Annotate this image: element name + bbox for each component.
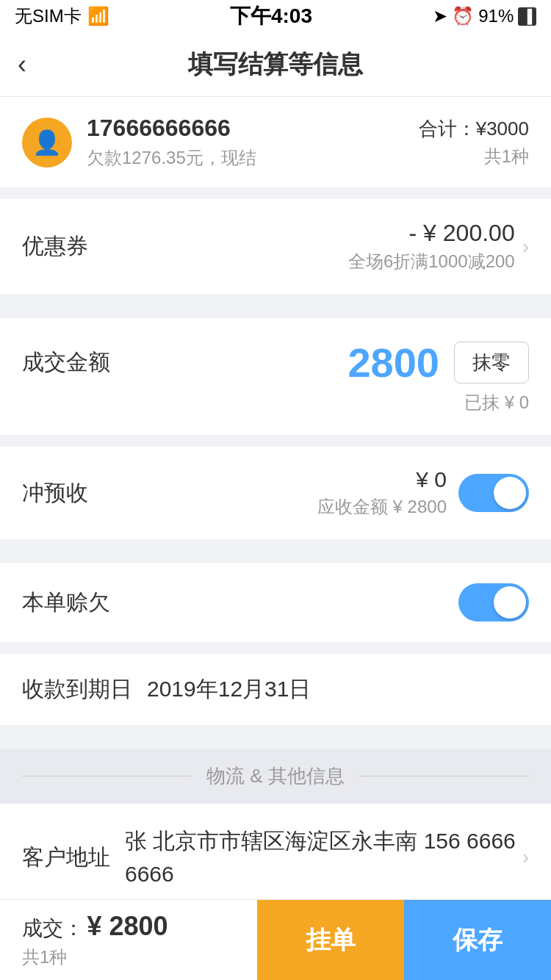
- duedate-value: 2019年12月31日: [147, 674, 311, 705]
- precollect-value: ¥ 0: [317, 467, 447, 492]
- credit-toggle-thumb: [494, 586, 526, 619]
- status-bar: 无SIM卡 📶 下午4:03 ➤ ⏰ 91% ▐: [0, 0, 551, 32]
- separator-label-section: 物流 & 其他信息: [0, 749, 551, 804]
- duedate-label: 收款到期日: [22, 674, 132, 705]
- customer-sub-text: 欠款1276.35元，现结: [87, 146, 256, 170]
- avatar-icon: 👤: [32, 129, 62, 156]
- round-button[interactable]: 抹零: [454, 342, 529, 383]
- bottom-info: 成交： ¥ 2800 共1种: [0, 900, 257, 980]
- address-label: 客户地址: [22, 843, 110, 873]
- coupon-discount: - ¥ 200.00: [348, 220, 515, 247]
- total-label: 合计：¥3000: [419, 116, 529, 142]
- alarm-icon: ⏰: [452, 6, 474, 26]
- precollect-toggle[interactable]: [458, 474, 529, 512]
- page-title: 填写结算等信息: [188, 48, 363, 82]
- section-divider-1: [0, 306, 551, 318]
- bottom-count: 共1种: [22, 945, 235, 969]
- back-button[interactable]: ‹: [18, 49, 26, 80]
- credit-section: 本单赊欠: [0, 563, 551, 642]
- separator-text: 物流 & 其他信息: [192, 763, 359, 789]
- section-divider-3: [0, 737, 551, 749]
- amount-section: 成交金额 2800 抹零 已抹 ¥ 0: [0, 318, 551, 435]
- section-divider-2: [0, 551, 551, 563]
- hold-button[interactable]: 挂单: [257, 900, 404, 980]
- nav-bar: ‹ 填写结算等信息: [0, 32, 551, 97]
- duedate-section: 收款到期日 2019年12月31日: [0, 654, 551, 725]
- amount-value: 2800: [347, 339, 439, 386]
- credit-label: 本单赊欠: [22, 588, 110, 618]
- address-section[interactable]: 客户地址 张 北京市市辖区海淀区永丰南 156 6666 6666 ›: [0, 804, 551, 911]
- time-display: 下午4:03: [230, 2, 312, 30]
- location-icon: ➤: [433, 6, 447, 26]
- precollect-sub: 应收金额 ¥ 2800: [317, 495, 447, 519]
- bottom-bar: 成交： ¥ 2800 共1种 挂单 保存: [0, 899, 551, 980]
- save-button[interactable]: 保存: [404, 900, 551, 980]
- battery-icon: ▐: [518, 7, 536, 26]
- carrier-text: 无SIM卡: [15, 4, 82, 28]
- bottom-deal-label: 成交：: [22, 917, 84, 940]
- separator-line-left: [22, 776, 192, 777]
- wifi-icon: 📶: [87, 6, 109, 26]
- avatar: 👤: [22, 118, 72, 167]
- coupon-chevron-icon: ›: [522, 235, 529, 259]
- amount-sub-text: 已抹 ¥ 0: [22, 391, 529, 414]
- address-chevron-icon: ›: [522, 846, 529, 869]
- coupon-label: 优惠券: [22, 231, 88, 262]
- precollect-label: 冲预收: [22, 478, 88, 508]
- amount-label: 成交金额: [22, 347, 110, 378]
- customer-info-card: 👤 17666666666 欠款1276.35元，现结 合计：¥3000 共1种: [0, 97, 551, 187]
- battery-indicator: 91%: [478, 6, 514, 26]
- toggle-thumb: [494, 477, 526, 509]
- coupon-row[interactable]: 优惠券 - ¥ 200.00 全场6折满1000减200 ›: [0, 199, 551, 295]
- address-value: 张 北京市市辖区海淀区永丰南 156 6666 6666: [125, 824, 522, 890]
- total-count: 共1种: [419, 145, 529, 168]
- precollect-section: 冲预收 ¥ 0 应收金额 ¥ 2800: [0, 447, 551, 539]
- bottom-deal-value: ¥ 2800: [87, 911, 168, 941]
- customer-phone: 17666666666: [87, 115, 256, 142]
- coupon-desc: 全场6折满1000减200: [348, 250, 515, 273]
- content-area: 👤 17666666666 欠款1276.35元，现结 合计：¥3000 共1种…: [0, 97, 551, 980]
- separator-line-right: [359, 776, 529, 777]
- credit-toggle[interactable]: [458, 583, 529, 621]
